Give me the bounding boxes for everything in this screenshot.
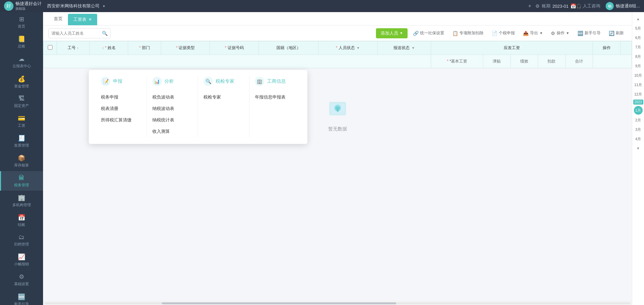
- sidebar-item-cloud-report[interactable]: ☁ 云报表中心: [0, 52, 43, 72]
- menu-item-annual-report[interactable]: 年报信息申报表: [255, 91, 296, 103]
- col-report-status-label: 报送状态: [393, 45, 410, 50]
- panel-nav-down[interactable]: ▼: [634, 144, 642, 152]
- menu-item-tax-dynamic[interactable]: 纳税波动表: [152, 103, 193, 114]
- refresh-button[interactable]: 🔄 刷新: [606, 30, 627, 36]
- sidebar-item-fund[interactable]: 💰 资金管理: [0, 72, 43, 92]
- menu-item-income-calc2[interactable]: 收入测算: [152, 126, 193, 137]
- sidebar-item-home[interactable]: ⊞ 首页: [0, 12, 43, 32]
- report-icon: 📈: [18, 253, 25, 261]
- month-8[interactable]: 8月: [633, 52, 643, 61]
- sub-col-total: 合计: [565, 55, 593, 68]
- panel-nav-up[interactable]: ▲: [634, 15, 642, 23]
- month-11[interactable]: 11月: [633, 81, 643, 89]
- topbar: 好 畅捷通好会计 旗舰版 西安虾米网络科技有限公司 ▼ + ⚙ 账期 2023-…: [0, 0, 644, 12]
- tab-home[interactable]: 首页: [48, 13, 68, 25]
- add-person-label: 添加人员: [381, 30, 398, 36]
- add-person-button[interactable]: 添加人员 ▼: [376, 28, 408, 38]
- sidebar-item-guide[interactable]: 🆕 新手引导: [0, 290, 43, 305]
- filter-report-icon[interactable]: ▼: [412, 46, 415, 50]
- sidebar-label-multi-org: 多机构管理: [12, 203, 31, 207]
- sidebar-item-tax[interactable]: 🏛 税务管理: [0, 171, 43, 191]
- menu-item-income-calc[interactable]: 所得税汇算清缴: [101, 114, 141, 126]
- declare-section-label: 申报: [113, 78, 122, 84]
- sidebar-item-multi-org[interactable]: 🏢 多机构管理: [0, 191, 43, 211]
- month-4[interactable]: 4月: [633, 135, 643, 143]
- month-5[interactable]: 5月: [633, 24, 643, 32]
- special-deduction-button[interactable]: 📋 专项附加扣除: [450, 30, 486, 36]
- operate-arrow-icon: ▼: [566, 31, 569, 35]
- fund-icon: 💰: [18, 75, 25, 83]
- tab-salary[interactable]: 工资表 ✕: [68, 14, 97, 25]
- company-selector[interactable]: 西安虾米网络科技有限公司 ▼: [47, 3, 526, 9]
- sidebar-item-close[interactable]: 📅 结账: [0, 211, 43, 230]
- month-7[interactable]: 7月: [633, 43, 643, 51]
- tab-close-icon[interactable]: ✕: [88, 17, 92, 22]
- sidebar-item-ledger[interactable]: 📒 总账: [0, 32, 43, 52]
- sub-col-total-label: 合计: [575, 59, 583, 64]
- search-input[interactable]: [51, 31, 102, 36]
- filter-status-icon[interactable]: ▼: [356, 46, 360, 50]
- sidebar-label-close: 结账: [18, 223, 25, 227]
- sort-name-icon[interactable]: ↕: [102, 46, 104, 50]
- scroll-thumb[interactable]: [162, 302, 396, 304]
- add-company-button[interactable]: +: [528, 3, 531, 9]
- sort-employee-id-icon[interactable]: ↕: [77, 46, 79, 50]
- month-10[interactable]: 10月: [633, 71, 643, 79]
- settings-icon[interactable]: ⚙: [535, 3, 540, 9]
- empty-text: 暂无数据: [328, 126, 347, 132]
- new-guide-button[interactable]: 🆕 新手引导: [575, 30, 603, 36]
- col-wage-group: 应发工资: [431, 41, 593, 55]
- social-label: 统一社保设置: [420, 30, 444, 36]
- home-icon: ⊞: [19, 15, 24, 23]
- month-12[interactable]: 12月: [633, 90, 643, 98]
- sidebar-item-xiao-report[interactable]: 📈 小畅报销: [0, 250, 43, 270]
- social-insurance-button[interactable]: 🔗 统一社保设置: [410, 30, 447, 36]
- declare-section-icon: 📝: [101, 77, 110, 86]
- table-header-row: 工号 ↕ ↕ * 姓名 * 部门 *: [43, 41, 632, 55]
- tax-report-label: 个税申报: [499, 30, 515, 36]
- search-box[interactable]: 🔍: [48, 28, 111, 38]
- sidebar: ⊞ 首页 📒 总账 ☁ 云报表中心 💰 资金管理 🏗 固定资产 💳 工资 🧾 发…: [0, 12, 43, 305]
- logo-name: 畅捷通好会计: [15, 1, 42, 6]
- sidebar-item-salary[interactable]: 💳 工资: [0, 111, 43, 131]
- export-button[interactable]: 📤 导出 ▼: [520, 30, 545, 36]
- dropdown-header-expert: 🔍 税检专家: [203, 77, 244, 86]
- col-id-number: * 证据号码: [210, 41, 259, 55]
- col-pension-label: 操作: [603, 45, 611, 50]
- sidebar-item-inventory[interactable]: 📦 库存核算: [0, 151, 43, 171]
- empty-state-icon: [324, 95, 351, 122]
- user-menu[interactable]: 畅 畅捷通B组...: [606, 2, 640, 10]
- month-6[interactable]: 6月: [633, 34, 643, 42]
- sidebar-label-invoice: 发票管理: [14, 143, 29, 148]
- horizontal-scrollbar[interactable]: [43, 301, 632, 305]
- customer-service-button[interactable]: 🎧 人工咨询: [576, 3, 600, 9]
- col-operate: [620, 41, 632, 55]
- operate-button[interactable]: ⚙ 操作 ▼: [548, 30, 572, 36]
- menu-item-tax-table[interactable]: 税表清册: [101, 103, 141, 114]
- export-arrow-icon: ▼: [539, 31, 543, 35]
- sidebar-item-fixed-assets[interactable]: 🏗 固定资产: [0, 92, 43, 111]
- period-selector[interactable]: 账期 2023-01 📅: [542, 3, 576, 9]
- right-panel: ▲ 5月 6月 7月 8月 9月 10月 11月 12月 2023 1月 2月 …: [632, 12, 644, 305]
- tax-report-button[interactable]: 📄 个税申报: [489, 30, 518, 36]
- cloud-icon: ☁: [18, 55, 25, 63]
- menu-item-tax-check[interactable]: 税检专家: [203, 91, 244, 103]
- sidebar-label-tax: 税务管理: [14, 183, 29, 187]
- menu-item-tax-stats[interactable]: 纳税统计表: [152, 114, 193, 126]
- refresh-icon: 🔄: [609, 31, 614, 36]
- sidebar-label-home: 首页: [18, 24, 25, 29]
- toolbar: 🔍 添加人员 ▼ 🔗 统一社保设置 📋 专项附加扣除 📄 个税申报 📤 导出: [43, 26, 632, 41]
- sidebar-item-invoice[interactable]: 🧾 发票管理: [0, 131, 43, 151]
- ledger-icon: 📒: [18, 35, 25, 43]
- select-all-checkbox[interactable]: [48, 45, 52, 50]
- month-1-active[interactable]: 1月: [634, 106, 643, 115]
- month-2[interactable]: 2月: [633, 116, 643, 124]
- sidebar-item-archive[interactable]: 🗂 归档管理: [0, 230, 43, 250]
- sidebar-item-settings[interactable]: ⚙ 基础设置: [0, 270, 43, 290]
- month-3[interactable]: 3月: [633, 125, 643, 134]
- menu-item-tax-declare[interactable]: 税务申报: [101, 91, 141, 103]
- menu-item-tax-burden[interactable]: 税负波动表: [152, 91, 193, 103]
- month-9[interactable]: 9月: [633, 62, 643, 70]
- svg-rect-3: [336, 107, 340, 109]
- sub-col-allowance-label: 津贴: [493, 59, 501, 64]
